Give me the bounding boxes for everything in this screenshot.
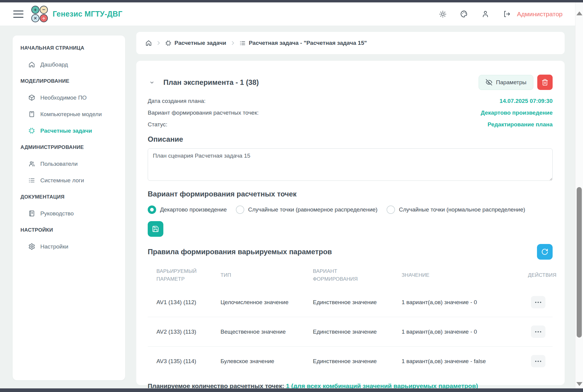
breadcrumb-home[interactable] — [145, 40, 152, 46]
app-header: + − × ÷ Генезис МГТУ-ДВГ Админ — [0, 2, 575, 26]
experiment-plan-panel: План эксперимента - 1 (38) Параметры Дат… — [136, 61, 565, 385]
sidebar-item-required-software[interactable]: Необходимое ПО — [13, 89, 125, 106]
column-header: ВАРИАНТ ФОРМИРОВАНИЯ — [313, 267, 402, 283]
radio-label: Декартово произведение — [160, 206, 227, 213]
sidebar-section-documentation: ДОКУМЕНТАЦИЯ — [13, 189, 125, 205]
gear-icon — [28, 243, 35, 250]
scroll-up-arrow-icon[interactable] — [576, 11, 582, 15]
theme-toggle-button[interactable] — [437, 8, 449, 20]
sidebar-item-users[interactable]: Пользователи — [13, 156, 125, 172]
cell-param: AV1 (134) (112) — [156, 299, 221, 306]
row-actions-button[interactable] — [531, 355, 545, 367]
home-icon — [28, 61, 35, 68]
radio-label: Случайные точки (равномерное распределен… — [248, 206, 378, 213]
breadcrumb-current-task[interactable]: Расчетная задача - "Расчетная задача 15" — [239, 40, 367, 46]
cell-type: Вещественное значение — [221, 329, 313, 335]
sidebar-item-label: Дашбоард — [40, 61, 68, 68]
user-icon — [481, 10, 489, 18]
sidebar-item-guide[interactable]: Руководство — [13, 205, 125, 222]
sidebar-section-administration: АДМИНИСТРИРОВАНИЕ — [13, 139, 125, 156]
cell-variant: Единственное значение — [313, 299, 402, 306]
logout-icon — [503, 10, 511, 18]
radio-icon — [387, 205, 395, 214]
parameters-button[interactable]: Параметры — [479, 75, 533, 90]
minus-icon: − — [40, 6, 48, 14]
hamburger-menu-icon[interactable] — [13, 11, 23, 18]
ellipsis-icon — [535, 302, 536, 303]
refresh-icon — [541, 248, 548, 255]
save-button[interactable] — [148, 221, 163, 237]
collapse-panel-button[interactable] — [148, 78, 156, 87]
refresh-button[interactable] — [537, 244, 553, 260]
table-row: AV2 (133) (113) Вещественное значение Ед… — [148, 317, 553, 346]
radio-label: Случайные точки (нормальное распределени… — [399, 206, 525, 213]
meta-row-created: Дата создания плана: 14.07.2025 07:09:30 — [148, 98, 553, 104]
sidebar-item-settings[interactable]: Настройки — [13, 238, 125, 255]
meta-row-variant: Вариант формирования расчетных точек: Де… — [148, 110, 553, 116]
chevron-down-icon — [149, 79, 155, 85]
sidebar-section-modeling: МОДЕЛИРОВАНИЕ — [13, 73, 125, 89]
column-header: ДЕЙСТВИЯ — [528, 271, 557, 279]
cell-value: 1 вариант(а,ов) значение - 0 — [402, 329, 528, 335]
app-title: Генезис МГТУ-ДВГ — [53, 10, 122, 18]
meta-label: Вариант формирования расчетных точек: — [148, 110, 259, 116]
column-header: ТИП — [221, 271, 313, 279]
radio-random-uniform[interactable]: Случайные точки (равномерное распределен… — [236, 205, 378, 214]
table-row: AV3 (135) (114) Булевское значение Единс… — [148, 346, 553, 376]
cpu-icon — [28, 127, 35, 134]
window-top-strip — [0, 0, 583, 2]
breadcrumb-label: Расчетная задача - "Расчетная задача 15" — [249, 40, 367, 46]
sidebar-item-label: Компьютерные модели — [40, 111, 102, 118]
vertical-scrollbar[interactable] — [575, 2, 583, 388]
radio-random-normal[interactable]: Случайные точки (нормальное распределени… — [387, 205, 525, 214]
eye-off-icon — [486, 79, 492, 86]
parameters-button-label: Параметры — [496, 79, 526, 86]
breadcrumb-tasks[interactable]: Расчетные задачи — [165, 40, 226, 46]
description-textarea[interactable]: План сценария Расчетная задача 15 — [148, 148, 553, 181]
cell-variant: Единственное значение — [313, 329, 402, 335]
cell-type: Целочисленное значение — [221, 299, 313, 306]
row-actions-button[interactable] — [531, 326, 545, 338]
radio-icon — [236, 205, 244, 214]
cpu-icon — [165, 40, 171, 46]
cell-value: 1 вариант(а,ов) значение - false — [402, 358, 528, 365]
divide-icon: ÷ — [40, 14, 48, 22]
profile-button[interactable] — [480, 8, 491, 20]
sidebar-item-label: Необходимое ПО — [40, 94, 87, 101]
row-actions-button[interactable] — [531, 296, 545, 308]
sidebar: НАЧАЛЬНАЯ СТРАНИЦА Дашбоард МОДЕЛИРОВАНИ… — [13, 35, 125, 380]
sidebar-item-dashboard[interactable]: Дашбоард — [13, 56, 125, 73]
book-icon — [28, 210, 35, 217]
column-header: ЗНАЧЕНИЕ — [402, 271, 528, 279]
breadcrumb: Расчетные задачи Расчетная задача - "Рас… — [136, 32, 565, 54]
cell-variant: Единственное значение — [313, 358, 402, 365]
sidebar-item-calculation-tasks[interactable]: Расчетные задачи — [13, 122, 125, 139]
sidebar-item-label: Системные логи — [40, 177, 84, 184]
chevron-right-icon — [156, 40, 161, 46]
parameters-table: ВАРЬИРУЕМЫЙ ПАРАМЕТР ТИП ВАРИАНТ ФОРМИРО… — [148, 261, 553, 376]
meta-label: Дата создания плана: — [148, 98, 205, 104]
list-icon — [28, 177, 35, 184]
ellipsis-icon — [535, 361, 536, 362]
home-icon — [145, 40, 152, 46]
sidebar-section-home: НАЧАЛЬНАЯ СТРАНИЦА — [13, 40, 125, 56]
palette-button[interactable] — [458, 8, 470, 20]
sidebar-item-label: Пользователи — [40, 161, 78, 167]
calculator-icon — [28, 111, 35, 118]
multiply-icon: × — [31, 14, 39, 22]
meta-label: Статус: — [148, 121, 167, 128]
sidebar-item-label: Настройки — [40, 243, 68, 250]
chevron-right-icon — [230, 40, 236, 46]
delete-plan-button[interactable] — [537, 75, 553, 90]
palette-icon — [460, 10, 468, 18]
cell-param: AV2 (133) (113) — [156, 329, 221, 335]
column-header: ВАРЬИРУЕМЫЙ ПАРАМЕТР — [156, 267, 221, 283]
radio-cartesian-product[interactable]: Декартово произведение — [148, 205, 227, 214]
logout-button[interactable] — [501, 8, 513, 20]
save-icon — [152, 225, 159, 233]
scroll-down-arrow-icon[interactable] — [576, 382, 582, 386]
scrollbar-thumb[interactable] — [577, 187, 582, 338]
sidebar-item-computer-models[interactable]: Компьютерные модели — [13, 106, 125, 122]
sidebar-item-system-logs[interactable]: Системные логи — [13, 172, 125, 189]
user-role-label[interactable]: Администратор — [517, 11, 563, 18]
